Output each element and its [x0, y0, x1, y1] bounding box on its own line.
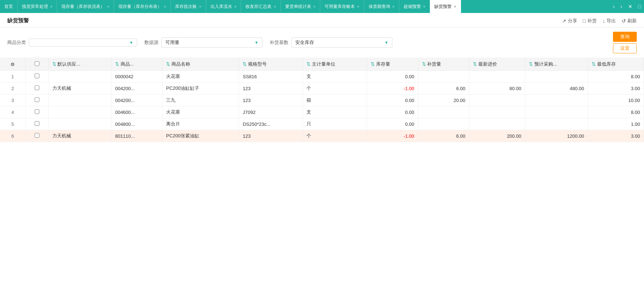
cell-default-supplier: 力天机械 — [48, 83, 111, 94]
tab-close-icon[interactable]: × — [199, 4, 201, 9]
tab-prev-button[interactable]: ‹ — [610, 4, 618, 9]
col-default-supplier[interactable]: ⇅ 默认供应... — [48, 58, 111, 71]
row-checkbox-cell[interactable] — [26, 106, 49, 118]
cell-est-purchase — [525, 106, 588, 118]
cell-latest-price — [469, 71, 525, 83]
restock-base-select[interactable]: 安全库存 ▼ — [291, 37, 392, 48]
datasource-filter-group: 数据源 可用量 ▼ — [144, 37, 262, 48]
settings-button[interactable]: 设置 — [613, 43, 637, 53]
restock-icon: □ — [583, 18, 586, 24]
tab-close-icon[interactable]: × — [50, 4, 52, 9]
tab-available-ledger[interactable]: 可用量库存账本× — [320, 0, 364, 13]
refresh-button[interactable]: ↺ 刷新 — [622, 18, 637, 24]
cell-spec: SS816 — [239, 71, 303, 83]
tab-close-icon[interactable]: × — [454, 4, 456, 9]
cell-restock-qty — [418, 106, 469, 118]
tab-next-button[interactable]: › — [618, 4, 625, 9]
cell-product-name: 火花塞 — [162, 71, 239, 83]
cell-product-name: PC200张紧油缸 — [162, 130, 239, 142]
col-latest-price[interactable]: ⇅ 最新进价 — [469, 58, 525, 71]
tab-close-icon[interactable]: × — [392, 4, 395, 9]
export-label: 导出 — [606, 18, 616, 24]
tab-close-icon[interactable]: × — [234, 4, 236, 9]
row-checkbox[interactable] — [35, 97, 39, 102]
cell-min-stock: 3.00 — [588, 130, 644, 142]
cell-min-stock: 8.00 — [588, 71, 644, 83]
restock-button[interactable]: □ 补货 — [583, 18, 597, 24]
tab-receive-summary[interactable]: 收发存汇总表× — [241, 0, 280, 13]
export-button[interactable]: ↓ 导出 — [602, 18, 616, 24]
tab-close-all-button[interactable]: ✕ — [625, 4, 635, 9]
cell-stock: 0.00 — [367, 94, 418, 106]
tab-expiry-query[interactable]: 保质期查询× — [364, 0, 399, 13]
category-filter-group: 商品分类 ▼ — [7, 39, 137, 47]
sort-icon: ⇅ — [115, 61, 119, 67]
cell-est-purchase: 480.00 — [525, 83, 588, 94]
datasource-filter-label: 数据源 — [144, 39, 158, 46]
row-checkbox[interactable] — [35, 85, 39, 90]
table-container: ⚙ ⇅ 默认供应... ⇅ 商品... ⇅ 商品名称 — [0, 58, 644, 142]
tab-inout-flow[interactable]: 出入库流水× — [206, 0, 241, 13]
col-product-name[interactable]: ⇅ 商品名称 — [162, 58, 239, 71]
col-est-purchase[interactable]: ⇅ 预计采购... — [525, 58, 588, 71]
col-stock[interactable]: ⇅ 库存量 — [367, 58, 418, 71]
tab-batch-account[interactable]: 库存批次账× — [171, 0, 206, 13]
sort-icon: ⇅ — [52, 61, 56, 67]
cell-est-purchase — [525, 94, 588, 106]
share-button[interactable]: ↗ 分享 — [562, 18, 577, 24]
gear-icon: ⚙ — [10, 62, 15, 67]
tab-inventory-status[interactable]: 现存量（库存状况表）× — [57, 0, 114, 13]
tab-abnormal[interactable]: 拣货异常处理× — [18, 0, 57, 13]
datasource-select[interactable]: 可用量 ▼ — [161, 37, 262, 48]
row-checkbox-cell[interactable] — [26, 118, 49, 130]
category-select[interactable]: ▼ — [29, 39, 137, 47]
col-spec[interactable]: ⇅ 规格型号 — [239, 58, 303, 71]
row-checkbox[interactable] — [35, 121, 39, 126]
tab-inventory-dist[interactable]: 现存量（库存分布表）× — [114, 0, 171, 13]
query-button[interactable]: 查询 — [613, 32, 637, 42]
refresh-icon: ↺ — [622, 18, 626, 24]
cell-spec: 123 — [239, 83, 303, 94]
col-min-stock[interactable]: ⇅ 最低库存 — [588, 58, 644, 71]
tab-close-icon[interactable]: × — [107, 4, 109, 9]
row-number: 2 — [0, 83, 26, 94]
tab-maximize-button[interactable]: □ — [635, 4, 644, 9]
col-gear[interactable]: ⚙ — [0, 58, 26, 71]
tab-order-stat[interactable]: 要货单统计表× — [281, 0, 320, 13]
tab-close-icon[interactable]: × — [274, 4, 276, 9]
tab-overstock[interactable]: 超储预警× — [399, 0, 430, 13]
share-icon: ↗ — [562, 18, 566, 24]
cell-product-code: 0000042 — [111, 71, 162, 83]
cell-unit: 个 — [303, 130, 367, 142]
tab-label: 拣货异常处理 — [22, 4, 48, 10]
tab-close-icon[interactable]: × — [313, 4, 316, 9]
tab-close-icon[interactable]: × — [164, 4, 166, 9]
tab-close-icon[interactable]: × — [423, 4, 425, 9]
select-all-checkbox[interactable] — [35, 61, 39, 66]
cell-stock: 0.00 — [367, 118, 418, 130]
tab-label: 出入库流水 — [210, 4, 232, 10]
col-product-code[interactable]: ⇅ 商品... — [111, 58, 162, 71]
cell-product-code: 004600... — [111, 106, 162, 118]
share-label: 分享 — [568, 18, 577, 24]
row-number: 1 — [0, 71, 26, 83]
row-checkbox-cell[interactable] — [26, 94, 49, 106]
table-row: 3 004200... 三九 123 箱 0.00 20.00 10.00 — [0, 94, 644, 106]
tab-close-icon[interactable]: × — [357, 4, 359, 9]
row-checkbox[interactable] — [35, 109, 39, 114]
col-restock-qty[interactable]: ⇅ 补货量 — [418, 58, 469, 71]
data-table: ⚙ ⇅ 默认供应... ⇅ 商品... ⇅ 商品名称 — [0, 58, 644, 142]
row-checkbox[interactable] — [35, 133, 39, 138]
row-checkbox-cell[interactable] — [26, 71, 49, 83]
tab-shortage[interactable]: 缺货预警× — [430, 0, 461, 13]
row-checkbox-cell[interactable] — [26, 83, 49, 94]
row-checkbox-cell[interactable] — [26, 130, 49, 142]
tab-home[interactable]: 首页 — [0, 0, 18, 13]
cell-unit: 支 — [303, 106, 367, 118]
cell-est-purchase: 1200.00 — [525, 130, 588, 142]
row-checkbox[interactable] — [35, 74, 39, 78]
cell-min-stock: 10.00 — [588, 94, 644, 106]
row-number: 6 — [0, 130, 26, 142]
tab-label: 可用量库存账本 — [325, 4, 355, 10]
col-unit[interactable]: ⇅ 主计量单位 — [303, 58, 367, 71]
